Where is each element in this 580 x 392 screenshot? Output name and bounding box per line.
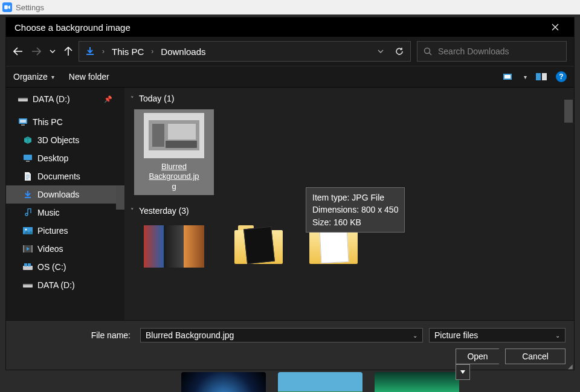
svg-rect-19 — [31, 245, 33, 252]
refresh-button[interactable] — [395, 47, 404, 56]
svg-rect-29 — [166, 141, 197, 148]
file-name-label: File name: — [14, 330, 134, 340]
parent-titlebar: Settings — [0, 0, 580, 14]
close-icon — [552, 24, 559, 31]
svg-rect-20 — [23, 266, 33, 270]
resize-grip[interactable]: ◢ — [568, 365, 572, 368]
nav-up-button[interactable] — [64, 47, 72, 56]
nav-forward-button[interactable] — [31, 47, 41, 56]
file-yesterday-1[interactable] — [134, 222, 214, 271]
address-bar[interactable]: › This PC › Downloads — [79, 41, 411, 62]
tree-pictures[interactable]: Pictures — [6, 222, 124, 240]
drive-icon — [23, 281, 33, 289]
chevron-right-icon: › — [102, 47, 105, 56]
svg-rect-28 — [168, 124, 196, 140]
file-thumbnail — [144, 225, 204, 268]
group-today-header[interactable]: ˅ Today (1) — [124, 88, 574, 107]
tree-music[interactable]: Music — [6, 204, 124, 222]
chevron-right-icon: › — [151, 47, 153, 56]
tree-pinned-data-d[interactable]: DATA (D:) 📌 — [6, 90, 124, 108]
downloads-location-icon — [85, 47, 95, 56]
help-button[interactable]: ? — [556, 71, 567, 82]
navigation-tree[interactable]: DATA (D:) 📌 This PC 3D Objects Desktop D… — [6, 88, 124, 320]
content-scrollbar-thumb[interactable] — [564, 100, 573, 123]
chevron-down-icon[interactable]: ⌄ — [413, 332, 417, 339]
svg-rect-14 — [25, 197, 31, 198]
close-button[interactable] — [543, 18, 568, 37]
new-folder-button[interactable]: New folder — [69, 72, 109, 82]
drive-icon — [18, 95, 28, 103]
nav-arrows — [13, 47, 72, 56]
chevron-down-icon: ˅ — [130, 95, 134, 103]
3d-objects-icon — [23, 136, 33, 144]
svg-point-16 — [25, 229, 27, 231]
organize-menu[interactable]: Organize ▾ — [13, 72, 54, 82]
svg-rect-8 — [18, 98, 28, 99]
pictures-icon — [23, 227, 33, 235]
dialog-body: DATA (D:) 📌 This PC 3D Objects Desktop D… — [6, 88, 574, 320]
navigation-row: › This PC › Downloads — [6, 37, 574, 66]
folder-icon — [234, 225, 283, 264]
tree-os-c[interactable]: OS (C:) — [6, 258, 124, 276]
svg-rect-27 — [152, 124, 164, 147]
documents-icon — [23, 172, 33, 181]
tree-3d-objects[interactable]: 3D Objects — [6, 131, 124, 149]
chevron-down-icon: ⌄ — [555, 332, 560, 339]
svg-rect-6 — [542, 73, 547, 80]
search-input[interactable] — [438, 47, 560, 56]
search-icon — [424, 47, 432, 56]
tree-downloads[interactable]: Downloads — [6, 185, 124, 204]
nav-recent-dropdown[interactable] — [50, 49, 56, 54]
dialog-titlebar: Choose a background image — [6, 18, 574, 37]
tree-desktop[interactable]: Desktop — [6, 149, 124, 167]
open-button[interactable]: Open — [456, 349, 499, 364]
file-blurred-background[interactable]: BlurredBackground.jpg — [134, 109, 214, 195]
chevron-down-icon[interactable]: ▾ — [524, 74, 527, 80]
videos-icon — [23, 245, 33, 253]
svg-rect-18 — [23, 245, 24, 252]
breadcrumb-current[interactable]: Downloads — [161, 47, 205, 57]
view-mode-button[interactable] — [503, 72, 515, 82]
tree-videos[interactable]: Videos — [6, 240, 124, 258]
chevron-down-icon: ˅ — [130, 207, 134, 215]
music-icon — [23, 208, 33, 217]
tree-data-d[interactable]: DATA (D:) — [6, 276, 124, 294]
nav-back-button[interactable] — [13, 47, 23, 56]
file-list-pane[interactable]: ˅ Today (1) BlurredBackground.jpg — [124, 88, 574, 320]
address-history-dropdown[interactable] — [378, 49, 384, 54]
cancel-button[interactable]: Cancel — [505, 349, 566, 364]
open-dropdown-button[interactable] — [456, 364, 470, 380]
file-thumbnail — [144, 113, 204, 158]
breadcrumb-root[interactable]: This PC — [112, 47, 144, 57]
tree-scrollbar-thumb[interactable] — [116, 187, 124, 210]
svg-rect-5 — [536, 73, 541, 80]
tree-documents[interactable]: Documents — [6, 167, 124, 185]
drive-icon — [23, 263, 33, 271]
tree-this-pc[interactable]: This PC — [6, 113, 124, 131]
zoom-app-icon — [2, 2, 12, 12]
preview-pane-button[interactable] — [535, 72, 547, 82]
svg-rect-1 — [86, 54, 94, 55]
file-type-filter[interactable]: Picture files ⌄ — [429, 328, 566, 342]
svg-rect-4 — [504, 75, 511, 79]
triangle-down-icon — [460, 370, 465, 374]
svg-point-2 — [425, 48, 430, 54]
svg-rect-11 — [21, 124, 25, 126]
file-tooltip: Item type: JPG File Dimensions: 800 x 45… — [306, 187, 405, 233]
search-box[interactable] — [417, 41, 567, 62]
svg-rect-13 — [26, 161, 30, 162]
this-pc-icon — [18, 118, 28, 126]
pin-icon: 📌 — [104, 95, 112, 103]
svg-rect-12 — [24, 155, 32, 160]
folder-yesterday-1[interactable] — [228, 222, 289, 271]
file-label: BlurredBackground.jpg — [149, 162, 199, 191]
dialog-title: Choose a background image — [14, 22, 130, 33]
file-name-input[interactable]: Blurred Background.jpg ⌄ — [140, 328, 423, 342]
dialog-bottom-bar: File name: Blurred Background.jpg ⌄ Pict… — [6, 320, 574, 370]
svg-rect-10 — [20, 120, 26, 123]
svg-rect-21 — [24, 263, 27, 266]
chevron-down-icon: ▾ — [51, 74, 54, 80]
dialog-toolbar: Organize ▾ New folder ▾ ? — [6, 66, 574, 88]
file-open-dialog: Choose a background image › This PC › Do… — [5, 17, 575, 370]
parent-window-title: Settings — [16, 3, 44, 12]
